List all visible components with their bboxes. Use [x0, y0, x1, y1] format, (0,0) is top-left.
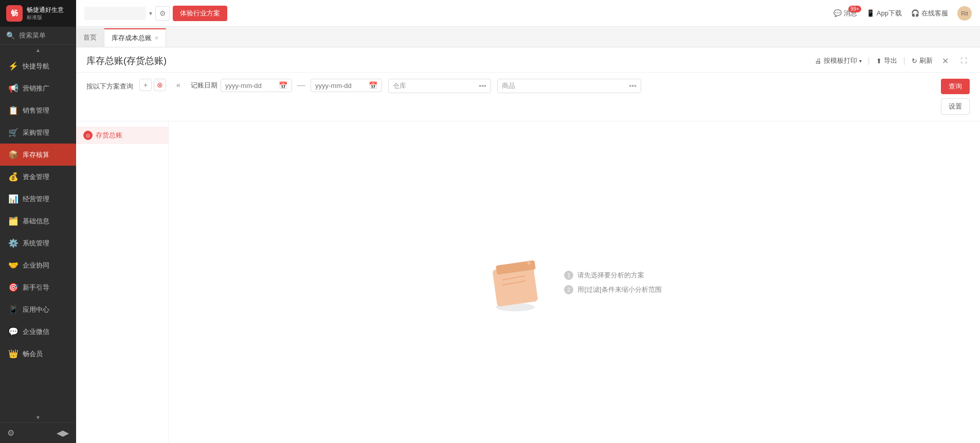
sidebar-item-purchase[interactable]: 🛒 采购管理 [0, 121, 76, 144]
empty-text: 1 请先选择要分析的方案 2 用[过滤]条件来缩小分析范围 [564, 271, 661, 294]
page-content: 库存总账(存货总账) 🖨 按模板打印 ▾ | ⬆ 导出 | ↻ 刷新 ✕ [76, 47, 980, 443]
refresh-btn[interactable]: ↻ 刷新 [912, 56, 933, 65]
sidebar-nav: ⚡ 快捷导航 📢 营销推广 📋 销售管理 🛒 采购管理 📦 库存核算 💰 [0, 55, 76, 412]
empty-state: ✦ 1 请先选择要分析的方案 2 用[过滤]条件来缩小分析范围 [169, 121, 980, 443]
print-dropdown-icon[interactable]: ▾ [859, 58, 862, 64]
sidebar-scroll-up[interactable]: ▲ [0, 45, 76, 55]
print-btn[interactable]: 🖨 按模板打印 ▾ [815, 56, 862, 65]
sidebar-search[interactable]: 🔍 搜索菜单 [0, 27, 76, 45]
nav-icon-finance: 💰 [8, 172, 17, 182]
sidebar-item-apps[interactable]: 📱 应用中心 [0, 298, 76, 321]
sidebar-item-wechat[interactable]: 💬 企业微信 [0, 321, 76, 343]
app-logo-icon: 畅 [6, 5, 23, 22]
step-2-num: 2 [564, 285, 573, 294]
page-title: 库存总账(存货总账) [86, 55, 167, 67]
service-icon: 🎧 [911, 9, 919, 17]
step-1-num: 1 [564, 271, 573, 280]
sidebar-bottom: ⚙ ◀▶ [0, 422, 76, 443]
app-download-btn[interactable]: 📱 App下载 [866, 9, 902, 18]
date-from-wrapper: 📅 [221, 79, 292, 92]
sidebar-item-operations[interactable]: 📊 经营管理 [0, 188, 76, 210]
industry-btn[interactable]: 体验行业方案 [173, 6, 227, 21]
nav-icon-basic: 🗂️ [8, 216, 17, 226]
scheme-item-inventory-ledger[interactable]: ⊙ 存货总账 [76, 127, 168, 144]
app-name-text: 畅捷通好生意 标准版 [27, 6, 64, 21]
empty-step-1: 1 请先选择要分析的方案 [564, 271, 661, 280]
svg-text:✦: ✦ [525, 259, 532, 268]
tab-home[interactable]: 首页 [76, 28, 104, 47]
date-filter-group: 记账日期 📅 — 📅 [191, 79, 382, 92]
query-button[interactable]: 查询 [941, 79, 970, 94]
goods-label: 商品 [502, 81, 626, 91]
page-header-actions: 🖨 按模板打印 ▾ | ⬆ 导出 | ↻ 刷新 ✕ ⛶ [815, 55, 970, 67]
breadcrumb: ▾ ⚙ 体验行业方案 [84, 6, 828, 21]
nav-icon-wechat: 💬 [8, 327, 17, 336]
header-right: 💬 消息 99+ 📱 App下载 🎧 在线客服 Rit [833, 6, 972, 21]
date-from-input[interactable] [225, 82, 277, 90]
filter-add-btn[interactable]: + [139, 79, 152, 91]
header-settings-icon[interactable]: ⚙ [155, 6, 170, 21]
page-header: 库存总账(存货总账) 🖨 按模板打印 ▾ | ⬆ 导出 | ↻ 刷新 ✕ [76, 47, 980, 73]
filter-label: 按以下方案查询 [86, 79, 133, 91]
export-btn[interactable]: ⬆ 导出 [876, 56, 897, 65]
empty-illustration: ✦ [487, 252, 549, 313]
content-area: ⊙ 存货总账 [76, 121, 980, 443]
user-avatar[interactable]: Rit [957, 6, 972, 21]
nav-icon-operations: 📊 [8, 194, 17, 204]
nav-icon-marketing: 📢 [8, 83, 17, 93]
nav-icon-quick-nav: ⚡ [8, 61, 17, 71]
sidebar-item-marketing[interactable]: 📢 营销推广 [0, 77, 76, 99]
goods-select[interactable]: 商品 ••• [497, 79, 641, 93]
date-to-wrapper: 📅 [311, 79, 382, 92]
warehouse-more-icon[interactable]: ••• [479, 82, 486, 90]
nav-icon-purchase: 🛒 [8, 128, 17, 137]
sidebar-item-system[interactable]: ⚙️ 系统管理 [0, 232, 76, 254]
date-to-icon[interactable]: 📅 [369, 81, 377, 90]
filter-bar: 按以下方案查询 + ⊗ « 记账日期 📅 — 📅 仓库 • [76, 73, 980, 121]
online-service-btn[interactable]: 🎧 在线客服 [911, 9, 948, 18]
search-icon: 🔍 [6, 31, 15, 40]
sidebar-item-basic[interactable]: 🗂️ 基础信息 [0, 210, 76, 232]
sidebar-item-inventory[interactable]: 📦 库存核算 [0, 144, 76, 166]
breadcrumb-text [84, 7, 146, 20]
message-icon: 💬 [833, 9, 842, 17]
messages-btn[interactable]: 💬 消息 99+ [833, 9, 857, 18]
sidebar-logo: 畅 畅捷通好生意 标准版 [0, 0, 76, 27]
empty-svg-illustration: ✦ [487, 252, 549, 313]
sidebar: 畅 畅捷通好生意 标准版 🔍 搜索菜单 ▲ ⚡ 快捷导航 📢 营销推广 📋 销售… [0, 0, 76, 443]
filter-collapse-btn[interactable]: « [172, 79, 185, 91]
goods-more-icon[interactable]: ••• [629, 82, 637, 90]
nav-icon-enterprise: 🤝 [8, 260, 17, 270]
sidebar-settings-btn[interactable]: ⚙ [7, 428, 14, 438]
empty-step-2: 2 用[过滤]条件来缩小分析范围 [564, 285, 661, 294]
sidebar-item-member[interactable]: 👑 畅会员 [0, 343, 76, 365]
tab-close-btn[interactable]: × [155, 34, 158, 42]
sidebar-nav-wrapper: ▲ ⚡ 快捷导航 📢 营销推广 📋 销售管理 🛒 采购管理 📦 库存核算 [0, 45, 76, 422]
tab-inventory-cost[interactable]: 库存成本总账 × [104, 28, 166, 47]
nav-icon-member: 👑 [8, 349, 17, 359]
sidebar-item-finance[interactable]: 💰 资金管理 [0, 166, 76, 188]
nav-icon-apps: 📱 [8, 305, 17, 314]
date-filter-label: 记账日期 [191, 81, 217, 90]
sidebar-item-guide[interactable]: 🎯 新手引导 [0, 276, 76, 298]
warehouse-select[interactable]: 仓库 ••• [388, 79, 491, 93]
date-to-input[interactable] [315, 82, 367, 90]
sidebar-collapse-btn[interactable]: ◀▶ [57, 428, 69, 438]
close-panel-btn[interactable]: ✕ [939, 55, 951, 67]
tab-bar: 首页 库存成本总账 × [76, 27, 980, 47]
filter-remove-btn[interactable]: ⊗ [154, 79, 166, 91]
nav-icon-guide: 🎯 [8, 282, 17, 292]
warehouse-label: 仓库 [393, 81, 476, 91]
resize-btn[interactable]: ⛶ [957, 55, 970, 67]
sidebar-item-quick-nav[interactable]: ⚡ 快捷导航 [0, 55, 76, 77]
filter-action-buttons: 查询 设置 [941, 79, 970, 115]
filter-settings-button[interactable]: 设置 [941, 98, 970, 115]
nav-icon-sales: 📋 [8, 105, 17, 115]
date-from-icon[interactable]: 📅 [279, 81, 287, 90]
download-icon: 📱 [866, 9, 875, 17]
sidebar-scroll-down[interactable]: ▼ [0, 412, 76, 422]
sidebar-item-sales[interactable]: 📋 销售管理 [0, 99, 76, 121]
breadcrumb-dropdown-btn[interactable]: ▾ [149, 10, 152, 17]
sidebar-item-enterprise[interactable]: 🤝 企业协同 [0, 254, 76, 276]
messages-badge: 99+ [848, 6, 861, 12]
